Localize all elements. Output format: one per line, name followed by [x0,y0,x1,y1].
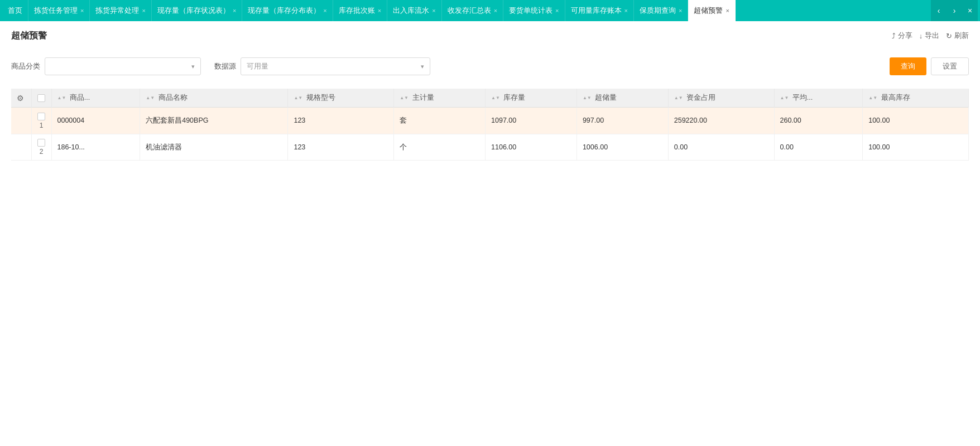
close-icon[interactable]: × [494,7,497,14]
close-icon[interactable]: × [378,7,381,14]
filter-actions: 查询 设置 [890,57,969,75]
datasource-select[interactable]: 可用量 ▾ [241,57,430,75]
share-icon: ⤴ [892,32,896,40]
max-stock-cell: 100.00 [863,134,969,161]
nav-arrows: ‹ › × [931,0,978,21]
capital-header[interactable]: ▲▼ 资金占用 [668,89,774,108]
gear-icon[interactable]: ⚙ [17,94,24,103]
share-button[interactable]: ⤴ 分享 [892,31,912,41]
nav-summary[interactable]: 收发存汇总表 × [442,0,503,21]
nav-shelf-life[interactable]: 保质期查询 × [634,0,688,21]
query-button[interactable]: 查询 [890,57,926,75]
chevron-down-icon: ▾ [421,63,424,70]
product-code-cell: 0000004 [51,108,140,134]
refresh-button[interactable]: ↻ 刷新 [946,31,969,41]
product-name-cell: 六配套新昌490BPG [140,108,288,134]
close-icon[interactable]: × [679,7,682,14]
category-label: 商品分类 [11,61,40,71]
page-header: 超储预警 ⤴ 分享 ↓ 导出 ↻ 刷新 [11,30,969,42]
main-content: 超储预警 ⤴ 分享 ↓ 导出 ↻ 刷新 商品分类 ▾ 数据源 [0,21,980,446]
row-checkbox[interactable] [37,139,46,147]
refresh-icon: ↻ [946,32,952,40]
navigation-bar: 首页 拣货任务管理 × 拣货异常处理 × 现存量（库存状况表） × 现存量（库存… [0,0,980,21]
nav-inventory-dist[interactable]: 现存量（库存分布表） × [242,0,333,21]
close-icon[interactable]: × [432,7,435,14]
spec-cell: 123 [288,134,394,161]
sort-icon: ▲▼ [400,96,409,100]
close-icon[interactable]: × [80,7,84,14]
header-checkbox[interactable] [37,94,45,102]
overstock-cell: 997.00 [577,108,668,134]
avg-cell: 0.00 [774,134,863,161]
stock-cell: 1097.00 [486,108,577,134]
export-icon: ↓ [919,32,923,40]
nav-exception[interactable]: 拣货异常处理 × [90,0,151,21]
close-icon[interactable]: × [233,7,236,14]
sort-icon: ▲▼ [674,96,683,100]
nav-task-mgmt[interactable]: 拣货任务管理 × [28,0,90,21]
datasource-label: 数据源 [214,61,236,71]
product-name-header[interactable]: ▲▼ 商品名称 [140,89,288,108]
filter-row: 商品分类 ▾ 数据源 可用量 ▾ 查询 设置 [11,51,969,82]
sort-icon: ▲▼ [57,96,66,100]
spec-cell: 123 [288,108,394,134]
max-stock-cell: 100.00 [863,108,969,134]
close-icon[interactable]: × [726,7,729,14]
export-button[interactable]: ↓ 导出 [919,31,939,41]
avg-cell: 260.00 [774,108,863,134]
capital-cell: 0.00 [668,134,774,161]
settings-button[interactable]: 设置 [931,57,969,75]
sort-icon: ▲▼ [491,96,500,100]
nav-inout-flow[interactable]: 出入库流水 × [387,0,441,21]
product-code-header[interactable]: ▲▼ 商品... [51,89,140,108]
row-number: 2 [31,134,51,161]
category-select[interactable]: ▾ [45,57,201,75]
product-name-cell: 机油滤清器 [140,134,288,161]
nav-batch-account[interactable]: 库存批次账 × [333,0,387,21]
sort-icon: ▲▼ [583,96,592,100]
overstock-header[interactable]: ▲▼ 超储量 [577,89,668,108]
datasource-value: 可用量 [247,62,268,71]
page-title: 超储预警 [11,30,47,42]
chevron-down-icon: ▾ [191,63,195,70]
nav-inventory-status[interactable]: 现存量（库存状况表） × [152,0,242,21]
capital-cell: 259220.00 [668,108,774,134]
row-checkbox[interactable] [37,112,46,120]
nav-more-arrow[interactable]: × [962,0,978,21]
stock-cell: 1106.00 [486,134,577,161]
unit-header[interactable]: ▲▼ 主计量 [394,89,486,108]
sort-icon: ▲▼ [294,96,302,100]
sort-icon: ▲▼ [780,96,789,100]
gear-column-header: ⚙ [11,89,31,108]
datasource-filter: 数据源 可用量 ▾ [214,57,430,75]
data-table: ⚙ ▲▼ 商品... ▲▼ 商品名称 ▲▼ 规格型号 ▲▼ [11,89,969,161]
spec-header[interactable]: ▲▼ 规格型号 [288,89,394,108]
table-row: 1 0000004 六配套新昌490BPG 123 套 1097.00 997.… [11,108,969,134]
row-number: 1 [31,108,51,134]
nav-available-stock[interactable]: 可用量库存账本 × [565,0,634,21]
nav-order-stats[interactable]: 要货单统计表 × [503,0,565,21]
unit-cell: 套 [394,108,486,134]
checkbox-column-header [31,89,51,108]
table-body: 1 0000004 六配套新昌490BPG 123 套 1097.00 997.… [11,108,969,161]
sort-icon: ▲▼ [146,96,155,100]
close-icon[interactable]: × [555,7,559,14]
close-icon[interactable]: × [624,7,628,14]
nav-right-arrow[interactable]: › [947,0,962,21]
max-stock-header[interactable]: ▲▼ 最高库存 [863,89,969,108]
product-code-cell: 186-10... [51,134,140,161]
stock-header[interactable]: ▲▼ 库存量 [486,89,577,108]
nav-left-arrow[interactable]: ‹ [931,0,947,21]
close-icon[interactable]: × [323,7,326,14]
row-gear-cell [11,134,31,161]
nav-overstock-warning[interactable]: 超储预警 × [688,0,735,21]
close-icon[interactable]: × [142,7,145,14]
header-actions: ⤴ 分享 ↓ 导出 ↻ 刷新 [892,31,969,41]
nav-home[interactable]: 首页 [2,0,28,21]
table-row: 2 186-10... 机油滤清器 123 个 1106.00 1006.00 … [11,134,969,161]
overstock-cell: 1006.00 [577,134,668,161]
row-gear-cell [11,108,31,134]
table-header: ⚙ ▲▼ 商品... ▲▼ 商品名称 ▲▼ 规格型号 ▲▼ [11,89,969,108]
avg-header[interactable]: ▲▼ 平均... [774,89,863,108]
unit-cell: 个 [394,134,486,161]
